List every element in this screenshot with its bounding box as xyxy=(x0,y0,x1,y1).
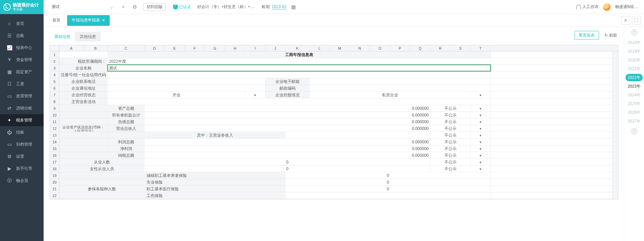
sheet-row[interactable]: 7企业经营状态开业▼企业控股情况私营企业▼ xyxy=(50,92,618,98)
col-header[interactable]: T xyxy=(471,45,491,51)
sheet-row[interactable]: 21参保各险种人数职工基本医疗保险0 xyxy=(50,186,618,192)
col-header[interactable]: D xyxy=(145,45,165,51)
col-header[interactable]: I xyxy=(245,45,265,51)
sidebar-item-fund[interactable]: ￥资金管理 xyxy=(0,54,44,66)
calendar-icon[interactable]: ▦ xyxy=(289,3,298,11)
subtab-other[interactable]: 其他信息 xyxy=(75,32,101,42)
sheet-row[interactable]: 9资产总额0.000000不公示▼ xyxy=(50,105,618,112)
row-header[interactable]: 2 xyxy=(50,58,59,64)
sheet-row[interactable]: 20失业保险0 xyxy=(50,179,618,186)
row-header[interactable]: 1 xyxy=(50,51,59,58)
year-option[interactable]: 2027年 xyxy=(626,117,643,125)
col-header[interactable]: K xyxy=(285,45,310,51)
col-header[interactable]: Q xyxy=(410,45,430,51)
user-avatar[interactable] xyxy=(603,3,610,11)
row-header[interactable]: 16 xyxy=(50,152,59,158)
sidebar-item-invoice[interactable]: ▭发票管理 xyxy=(0,90,44,102)
year-option[interactable]: 2025年 xyxy=(626,100,643,107)
col-header[interactable]: R xyxy=(430,45,450,51)
sidebar-item-member[interactable]: Ⓥ畅会员 xyxy=(0,175,44,187)
col-header[interactable]: O xyxy=(370,45,390,51)
col-header[interactable]: J xyxy=(265,45,285,51)
sidebar-item-settings[interactable]: ⚙设置 xyxy=(0,150,44,162)
year-option[interactable]: 2019年 xyxy=(626,48,643,55)
sidebar-item-close-books[interactable]: ⏻结账 xyxy=(0,126,44,138)
row-header[interactable]: 18 xyxy=(50,165,59,172)
col-header[interactable]: B xyxy=(84,45,108,51)
row-header[interactable]: 12 xyxy=(50,125,59,132)
col-header[interactable]: L xyxy=(310,45,330,51)
spreadsheet[interactable]: ABCDEFGHIJKLMNOPQRST 1工商年报信息表2税款所属期间：202… xyxy=(50,45,619,199)
expand-button[interactable]: ⛶ xyxy=(632,16,641,25)
sheet-row[interactable]: 3企业名称测试 xyxy=(50,65,618,71)
row-header[interactable]: 3 xyxy=(50,65,59,71)
year-option[interactable]: 2023年 xyxy=(626,83,643,90)
col-header[interactable]: C xyxy=(108,45,145,51)
sidebar-item-report[interactable]: 📈报表中心 xyxy=(0,42,44,54)
row-header[interactable]: 17 xyxy=(50,159,59,165)
sheet-row[interactable]: 14利润总额0.000000不公示▼ xyxy=(50,139,618,145)
row-header[interactable]: 11 xyxy=(50,118,59,125)
row-header[interactable]: 4 xyxy=(50,71,59,78)
sheet-row[interactable]: 11负债总额0.000000不公示▼ xyxy=(50,118,618,125)
tab-年报信息申报表[interactable]: 年报信息申报表✕ xyxy=(67,15,110,26)
sheet-row[interactable]: 6企业通信地址邮政编码 xyxy=(50,85,618,92)
col-header[interactable]: N xyxy=(350,45,370,51)
period-picker[interactable]: 2023-02 xyxy=(272,4,286,9)
close-tab-button[interactable]: ✕ xyxy=(621,16,630,25)
year-option[interactable]: 2024年 xyxy=(626,91,643,99)
col-header[interactable]: M xyxy=(330,45,350,51)
sidebar-item-stock[interactable]: ⇄进销台账 xyxy=(0,102,44,114)
company-settings-button[interactable]: ⚙ xyxy=(130,3,139,11)
sidebar-item-ledger[interactable]: ☰总账 xyxy=(0,30,44,42)
sheet-row[interactable]: 19城镇职工基本养老保险0 xyxy=(50,172,618,179)
sheet-row[interactable]: 8主营业务活动 xyxy=(50,98,618,105)
close-icon[interactable]: ✕ xyxy=(102,18,105,22)
sidebar-item-asset[interactable]: ▦固定资产 xyxy=(0,66,44,78)
col-header[interactable]: E xyxy=(165,45,185,51)
sidebar-item-guide[interactable]: ▶新手引导 xyxy=(0,162,44,175)
col-header[interactable]: P xyxy=(390,45,410,51)
sheet-row[interactable]: 5企业联系电话企业电子邮箱 xyxy=(50,78,618,85)
row-header[interactable]: 13 xyxy=(50,132,59,138)
subtab-basic[interactable]: 基础信息 xyxy=(50,32,75,42)
row-header[interactable]: 9 xyxy=(50,105,59,111)
row-header[interactable]: 15 xyxy=(50,145,59,152)
row-header[interactable]: 14 xyxy=(50,139,59,145)
sheet-row[interactable]: 18女性从业人员0不公示▼ xyxy=(50,165,618,172)
row-header[interactable]: 7 xyxy=(50,92,59,98)
reset-report-button[interactable]: 重置报表 xyxy=(574,31,599,40)
company-select[interactable]: 测试 ⌄ xyxy=(49,3,116,11)
year-prev-button[interactable]: ˄ xyxy=(631,29,638,36)
col-header[interactable]: F xyxy=(185,45,205,51)
row-header[interactable]: 19 xyxy=(50,172,59,179)
sheet-row[interactable]: 15净利润0.000000不公示▼ xyxy=(50,145,618,152)
year-option[interactable]: 2026年 xyxy=(626,109,643,116)
year-option[interactable]: 2020年 xyxy=(626,56,643,64)
year-option[interactable]: 2021年 xyxy=(626,65,643,73)
vertical-scrollbar[interactable] xyxy=(612,51,618,199)
year-next-button[interactable]: ˅ xyxy=(631,128,638,135)
year-option[interactable]: 2022年 xyxy=(626,74,643,81)
sheet-row[interactable]: 12企业资产状况信息(币种：人民币万元)营业总收入0.000000不公示▼ xyxy=(50,125,618,132)
sheet-row[interactable]: 10所有者权益合计0.000000不公示▼ xyxy=(50,112,618,118)
sheet-row[interactable]: 1工商年报信息表 xyxy=(50,51,618,58)
support-button[interactable]: 人工咨询 xyxy=(576,4,598,10)
row-header[interactable]: 5 xyxy=(50,78,59,85)
tab-首页[interactable]: 首页 xyxy=(48,15,65,26)
row-header[interactable]: 22 xyxy=(50,192,59,199)
sheet-row[interactable]: 17从业人数0不公示▼ xyxy=(50,159,618,165)
sidebar-item-tax[interactable]: ✦税务管理 xyxy=(0,114,44,126)
sheet-row[interactable]: 16纳税总额0.000000不公示▼ xyxy=(50,152,618,159)
year-option[interactable]: 2018年 xyxy=(626,39,643,46)
add-company-button[interactable]: ＋ xyxy=(119,3,127,11)
sheet-row[interactable]: 13其中：主营业务收入不公示▼ xyxy=(50,132,618,139)
row-header[interactable]: 20 xyxy=(50,179,59,185)
sheet-row[interactable]: 22工伤保险 xyxy=(50,192,618,199)
sidebar-item-salary[interactable]: ☷工资 xyxy=(0,78,44,90)
col-header[interactable]: S xyxy=(450,45,471,51)
switch-old-version-button[interactable]: 切到旧版 xyxy=(144,3,166,11)
row-header[interactable]: 10 xyxy=(50,112,59,118)
row-header[interactable]: 21 xyxy=(50,186,59,192)
sidebar-item-home[interactable]: ⌂首页 xyxy=(0,17,44,30)
